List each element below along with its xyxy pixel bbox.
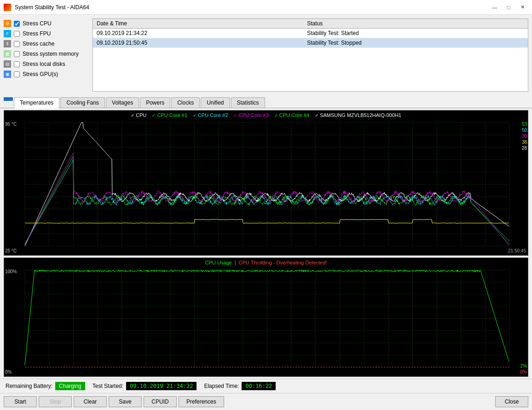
test-started-value: 09.10.2019 21:34:22	[126, 382, 197, 390]
checkbox-stress-local[interactable]	[14, 61, 20, 67]
legend-check: ✓	[233, 113, 237, 118]
cpu-usage-label: CPU Usage	[205, 260, 232, 265]
chart-legend: ✓CPU✓CPU Core #1✓CPU Core #2✓CPU Core #3…	[131, 112, 401, 118]
item-icon-stress-local: ▤	[4, 60, 11, 68]
legend-check: ✓	[193, 113, 197, 118]
log-datetime: 09.10.2019 21:34:22	[93, 29, 303, 38]
tab-cooling-fans[interactable]: Cooling Fans	[60, 97, 105, 108]
legend-cpu-core-#2: ✓CPU Core #2	[193, 112, 228, 118]
title-bar-controls: — □ ✕	[489, 3, 528, 12]
tab-voltages[interactable]: Voltages	[106, 97, 139, 108]
battery-item: Remaining Battery: Charging	[6, 382, 85, 390]
checkbox-stress-cache[interactable]	[14, 41, 20, 47]
checkbox-stress-fpu[interactable]	[14, 31, 20, 37]
legend-label: SAMSUNG MZVLB512HAIQ-000H1	[320, 112, 401, 118]
battery-label: Remaining Battery:	[6, 383, 52, 389]
log-table: Date & Time Status 09.10.2019 21:34:22St…	[93, 19, 528, 48]
legend-cpu: ✓CPU	[131, 112, 146, 118]
y-right-end: 2%	[520, 363, 527, 369]
label-stress-gpu: Stress GPU(s)	[23, 71, 58, 77]
y-labels-left-bottom: 100% 0%	[5, 258, 17, 376]
y-max-label: 95 °C	[5, 122, 17, 127]
main-content: ⚙ Stress CPU F Stress FPU $ Stress cache…	[0, 15, 532, 410]
log-status: Stability Test: Stopped	[303, 38, 528, 48]
log-datetime: 09.10.2019 21:50:45	[93, 38, 303, 48]
legend-label: CPU Core #1	[157, 112, 187, 118]
sidebar-item-stress-fpu[interactable]: F Stress FPU	[4, 29, 89, 39]
elapsed-label: Elapsed Time:	[204, 383, 239, 389]
cpuid-button[interactable]: CPUID	[144, 396, 177, 407]
minimize-button[interactable]: —	[489, 3, 501, 12]
temperature-chart: ✓CPU✓CPU Core #1✓CPU Core #2✓CPU Core #3…	[4, 110, 528, 256]
item-icon-stress-memory: ▦	[4, 50, 11, 58]
log-row[interactable]: 09.10.2019 21:50:45Stability Test: Stopp…	[93, 38, 528, 48]
legend-cpu-core-#3: ✓CPU Core #3	[233, 112, 268, 118]
sidebar-item-stress-local[interactable]: ▤ Stress local disks	[4, 59, 89, 69]
test-started-label: Test Started:	[93, 383, 123, 389]
tab-powers[interactable]: Powers	[140, 97, 170, 108]
elapsed-item: Elapsed Time: 00:16:22	[204, 382, 276, 390]
button-bar: Start Stop Clear Save CPUID Preferences …	[0, 393, 532, 410]
y-right-zero: 0%	[520, 369, 527, 375]
checkbox-stress-memory[interactable]	[14, 51, 20, 57]
col-datetime: Date & Time	[93, 19, 303, 29]
cpu-usage-canvas	[4, 258, 528, 376]
test-started-item: Test Started: 09.10.2019 21:34:22	[93, 382, 197, 390]
y-right-val: 38	[522, 140, 527, 145]
legend-check: ✓	[152, 113, 156, 118]
tab-indicator	[4, 97, 13, 101]
clear-button[interactable]: Clear	[74, 396, 107, 407]
y-min-bottom: 0%	[5, 369, 17, 375]
legend-check: ✓	[131, 113, 134, 118]
label-stress-cpu: Stress CPU	[23, 20, 52, 27]
legend-label: CPU Core #2	[198, 112, 228, 118]
label-stress-fpu: Stress FPU	[23, 30, 51, 37]
log-table-container: Date & Time Status 09.10.2019 21:34:22St…	[93, 18, 528, 92]
close-button[interactable]: Close	[495, 396, 528, 407]
maximize-button[interactable]: □	[503, 3, 515, 12]
y-labels-left: 95 °C 25 °C	[5, 111, 17, 255]
charts-area: ✓CPU✓CPU Core #1✓CPU Core #2✓CPU Core #3…	[0, 108, 532, 379]
title-bar: System Stability Test - AIDA64 — □ ✕	[0, 0, 532, 15]
y-right-values: 5350303828	[522, 122, 527, 151]
legend-check: ✓	[315, 113, 318, 118]
item-icon-stress-gpu: ▣	[4, 70, 11, 78]
sidebar-item-stress-gpu[interactable]: ▣ Stress GPU(s)	[4, 69, 89, 79]
sidebar: ⚙ Stress CPU F Stress FPU $ Stress cache…	[4, 18, 89, 92]
stop-button[interactable]: Stop	[39, 396, 72, 407]
battery-status: Charging	[55, 382, 85, 390]
temperature-canvas	[4, 111, 528, 255]
y-right-val: 28	[522, 146, 527, 151]
item-icon-stress-cache: $	[4, 40, 11, 47]
item-icon-stress-cpu: ⚙	[4, 20, 11, 27]
tab-temperatures[interactable]: Temperatures	[14, 97, 59, 108]
y-right-bottom: 0% 2%	[520, 363, 527, 375]
titlebar-close-button[interactable]: ✕	[516, 3, 528, 12]
label-stress-cache: Stress cache	[23, 41, 54, 47]
tab-unified[interactable]: Unified	[201, 97, 230, 108]
log-status: Stability Test: Started	[303, 29, 528, 38]
checkbox-stress-cpu[interactable]	[14, 21, 20, 27]
y-right-val: 53	[522, 122, 527, 127]
start-button[interactable]: Start	[4, 396, 37, 407]
checkbox-stress-gpu[interactable]	[14, 71, 20, 77]
log-row[interactable]: 09.10.2019 21:34:22Stability Test: Start…	[93, 29, 528, 38]
status-bar: Remaining Battery: Charging Test Started…	[0, 379, 532, 393]
sidebar-item-stress-memory[interactable]: ▦ Stress system memory	[4, 49, 89, 59]
tab-statistics[interactable]: Statistics	[231, 97, 265, 108]
tab-clocks[interactable]: Clocks	[171, 97, 200, 108]
legend-cpu-core-#4: ✓CPU Core #4	[274, 112, 309, 118]
sidebar-item-stress-cpu[interactable]: ⚙ Stress CPU	[4, 18, 89, 29]
save-button[interactable]: Save	[109, 396, 142, 407]
sidebar-item-stress-cache[interactable]: $ Stress cache	[4, 39, 89, 49]
legend-check: ✓	[274, 113, 278, 118]
separator: |	[235, 260, 236, 265]
y-min-label: 25 °C	[5, 248, 17, 253]
item-icon-stress-fpu: F	[4, 30, 11, 37]
title-bar-left: System Stability Test - AIDA64	[4, 4, 89, 11]
col-status: Status	[303, 19, 528, 29]
y-right-val: 30	[522, 134, 527, 139]
preferences-button[interactable]: Preferences	[179, 396, 224, 407]
legend-label: CPU Core #3	[238, 112, 268, 118]
legend-label: CPU Core #4	[279, 112, 309, 118]
